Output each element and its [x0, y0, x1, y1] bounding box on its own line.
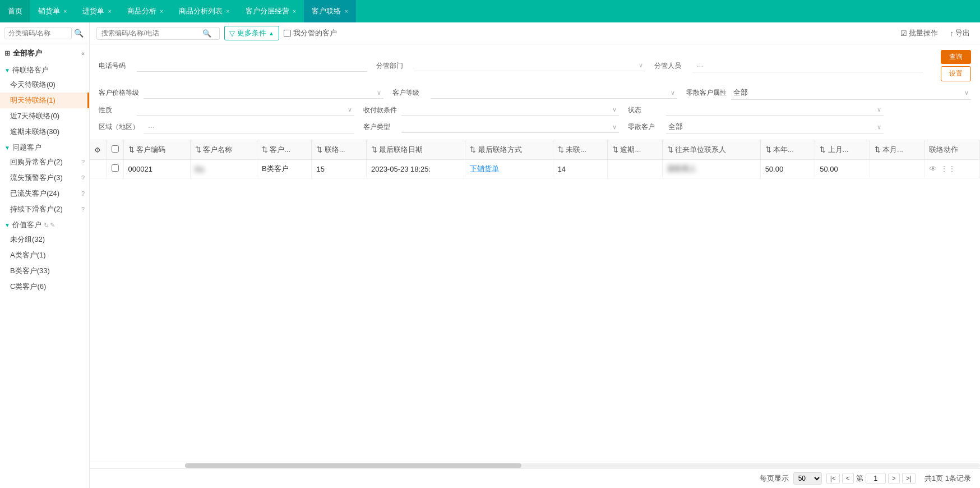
scrollbar-thumb[interactable] [185, 463, 521, 468]
sidebar-search-icon[interactable]: 🔍 [74, 29, 84, 38]
my-customers-checkbox-label[interactable]: 我分管的客户 [284, 28, 337, 38]
th-last-contact-method[interactable]: ⇅ 最后联络方式 [465, 140, 553, 160]
th-this-year[interactable]: ⇅ 本年... [760, 140, 815, 160]
first-page-button[interactable]: |< [826, 473, 840, 484]
th-code-sort-icon: ⇅ [128, 145, 135, 154]
td-last-contact-date: 2023-05-23 18:25: [366, 160, 465, 178]
td-checkbox-cell[interactable] [107, 160, 123, 178]
help-icon-churned[interactable]: ? [81, 190, 85, 197]
nav-purchase-order[interactable]: 进货单 × [75, 0, 119, 22]
last-page-button[interactable]: >| [902, 473, 916, 484]
status-select[interactable]: ∨ [666, 104, 884, 116]
sidebar-item-churn-warning[interactable]: 流失预警客户(3) ? [0, 170, 89, 186]
nav-product-analysis[interactable]: 商品分析 × [119, 0, 171, 22]
sidebar-item-class-b[interactable]: B类客户(33) [0, 263, 89, 279]
search-button[interactable]: 🔍 [202, 29, 211, 38]
th-no-contact-days[interactable]: ⇅ 未联... [553, 140, 608, 160]
more-filter-button[interactable]: ▽ 更多条件 ▲ [224, 26, 279, 40]
retail-cust-select[interactable]: 全部 ∨ [666, 120, 884, 134]
cust-price-select[interactable]: ∨ [144, 88, 383, 99]
nav-customer-tier[interactable]: 客户分层经营 × [238, 0, 304, 22]
th-contact-person[interactable]: ⇅ 往来单位联系人 [662, 140, 760, 160]
cust-level-filter-field: 客户等级 ∨ [392, 88, 677, 99]
nav-customer-contact[interactable]: 客户联络 × [304, 0, 355, 22]
close-product-analysis[interactable]: × [160, 8, 163, 15]
search-input[interactable] [101, 29, 202, 37]
th-name[interactable]: ⇅ 客户名称 [190, 140, 257, 160]
sidebar-item-tomorrow-contact[interactable]: 明天待联络(1) [0, 93, 89, 108]
cust-level-select[interactable]: ∨ [431, 88, 677, 99]
th-last-contact-date[interactable]: ⇅ 最后联络日期 [366, 140, 465, 160]
value-refresh-icon[interactable]: ↻ [44, 222, 49, 229]
my-customers-checkbox[interactable] [284, 30, 291, 37]
nature-select[interactable]: ∨ [137, 104, 354, 116]
help-icon-repurchase[interactable]: ? [81, 159, 85, 165]
sidebar-search-input[interactable] [4, 27, 72, 39]
export-button[interactable]: ↑ 导出 [947, 26, 974, 40]
sidebar-item-overdue-contact[interactable]: 逾期未联络(30) [0, 124, 89, 140]
person-filter-select[interactable]: ··· [692, 59, 923, 72]
pending-arrow-icon: ▼ [4, 67, 10, 73]
sidebar-item-class-a[interactable]: A类客户(1) [0, 247, 89, 263]
sidebar-item-7day-contact[interactable]: 近7天待联络(0) [0, 108, 89, 124]
payment-arrow: ∨ [612, 106, 617, 113]
th-this-month[interactable]: ⇅ 本月... [870, 140, 924, 160]
region-dots[interactable]: ··· [148, 122, 155, 131]
sidebar-item-repurchase-abnormal[interactable]: 回购异常客户(2) ? [0, 154, 89, 170]
td-action: 👁 ⋮⋮ [924, 160, 980, 178]
nav-sales-order[interactable]: 销货单 × [30, 0, 75, 22]
close-customer-contact[interactable]: × [344, 8, 348, 15]
next-page-button[interactable]: > [888, 473, 900, 484]
sidebar-item-declining[interactable]: 持续下滑客户(2) ? [0, 201, 89, 217]
value-edit-icon[interactable]: ✎ [50, 222, 55, 229]
page-number-input[interactable] [866, 473, 886, 484]
th-settings[interactable]: ⚙ [90, 140, 107, 160]
th-contact-sort-icon: ⇅ [316, 145, 322, 154]
sidebar-item-class-c[interactable]: C类客户(6) [0, 279, 89, 294]
close-customer-tier[interactable]: × [293, 8, 296, 15]
close-purchase-order[interactable]: × [108, 8, 111, 15]
phone-filter-input[interactable] [137, 60, 367, 72]
collapse-icon[interactable]: « [81, 50, 85, 57]
all-customers-header[interactable]: ⊞ 全部客户 « [0, 44, 89, 62]
th-checkbox[interactable] [107, 140, 123, 160]
payment-select[interactable]: ∨ [401, 104, 619, 116]
cust-type-select[interactable]: ∨ [401, 122, 619, 133]
status-filter-field: 状态 ∨ [628, 104, 884, 116]
close-product-analysis-list[interactable]: × [226, 8, 229, 15]
th-code[interactable]: ⇅ 客户编码 [123, 140, 190, 160]
dept-filter-select[interactable]: ∨ [414, 60, 645, 71]
close-sales-order[interactable]: × [63, 8, 67, 15]
th-cust-type[interactable]: ⇅ 客户... [257, 140, 312, 160]
th-contact-count[interactable]: ⇅ 联络... [312, 140, 367, 160]
th-this-year-sort-icon: ⇅ [765, 145, 771, 154]
settings-icon[interactable]: ⚙ [94, 146, 101, 154]
row-checkbox[interactable] [112, 164, 119, 172]
query-button[interactable]: 查询 [941, 50, 971, 64]
sidebar-item-unclassified[interactable]: 未分组(32) [0, 232, 89, 247]
cust-type-arrow: ∨ [612, 123, 617, 131]
person-select-dots[interactable]: ··· [697, 61, 704, 70]
batch-operation-button[interactable]: ☑ 批量操作 [897, 26, 941, 40]
page-size-select[interactable]: 50 100 200 [793, 472, 822, 485]
th-overdue[interactable]: ⇅ 逾期... [608, 140, 663, 160]
help-icon-churn[interactable]: ? [81, 174, 85, 181]
more-action-icon[interactable]: ⋮⋮ [940, 164, 956, 173]
th-last-month[interactable]: ⇅ 上月... [815, 140, 870, 160]
sidebar-item-churned[interactable]: 已流失客户(24) ? [0, 186, 89, 201]
select-all-checkbox[interactable] [112, 145, 119, 153]
reset-button[interactable]: 设置 [941, 66, 971, 81]
help-icon-declining[interactable]: ? [81, 206, 85, 213]
prev-page-button[interactable]: < [842, 473, 854, 484]
region-select[interactable]: ··· [144, 121, 354, 133]
sidebar-item-today-contact[interactable]: 今天待联络(0) [0, 77, 89, 93]
th-name-sort-icon: ⇅ [195, 145, 201, 154]
dept-select-arrow: ∨ [639, 62, 643, 69]
problem-arrow-icon: ▼ [4, 145, 10, 151]
view-action-icon[interactable]: 👁 [929, 164, 937, 173]
retail-attr-select[interactable]: 全部 ∨ [731, 86, 971, 100]
nav-product-analysis-list[interactable]: 商品分析列表 × [171, 0, 237, 22]
cust-type-filter-field: 客户类型 ∨ [363, 122, 619, 133]
nav-home[interactable]: 首页 [0, 0, 30, 22]
contact-method-link[interactable]: 下销货单 [470, 164, 499, 173]
